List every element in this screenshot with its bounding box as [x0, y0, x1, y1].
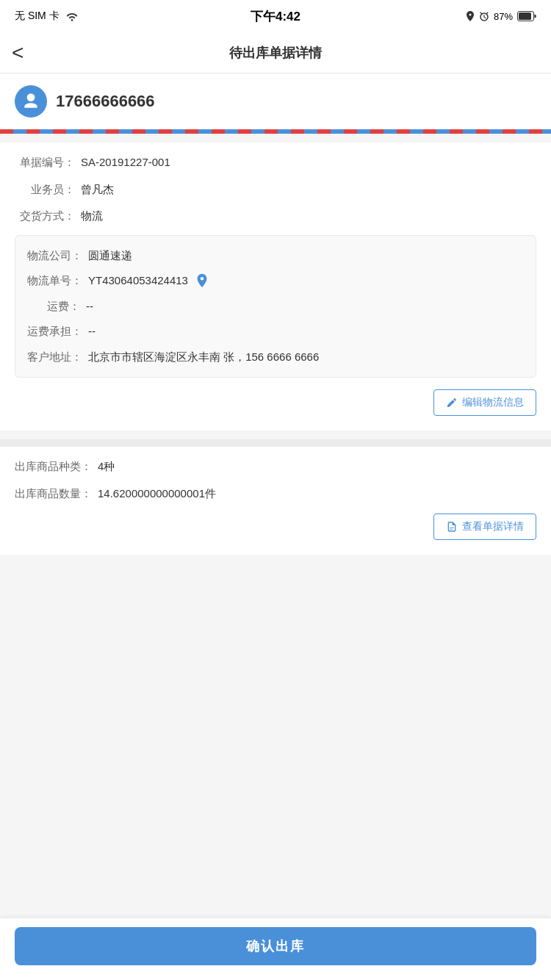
goods-quantity-row: 出库商品数量： 14.620000000000001件: [15, 486, 536, 502]
alarm-status-icon: [479, 11, 489, 21]
logistics-company-row: 物流公司： 圆通速递: [27, 248, 524, 264]
avatar: [15, 85, 47, 118]
confirm-button[interactable]: 确认出库: [15, 927, 536, 965]
document-icon: [446, 521, 458, 533]
nav-bar: < 待出库单据详情: [0, 32, 551, 73]
sales-person-value: 曾凡杰: [81, 181, 536, 198]
wifi-icon: [65, 11, 79, 21]
back-button[interactable]: <: [12, 43, 24, 63]
delivery-method-row: 交货方式： 物流: [15, 208, 536, 225]
view-detail-button[interactable]: 查看单据详情: [433, 514, 536, 540]
customer-phone: 17666666666: [56, 92, 155, 111]
battery-label: 87%: [494, 11, 513, 22]
status-right: 87%: [466, 11, 536, 22]
person-icon: [21, 92, 40, 111]
empty-space: [0, 563, 551, 681]
document-number-row: 单据编号： SA-20191227-001: [15, 154, 536, 171]
freight-label: 运费：: [27, 298, 86, 315]
section-divider: [0, 439, 551, 447]
document-number-label: 单据编号：: [15, 154, 81, 171]
order-info-section: 单据编号： SA-20191227-001 业务员： 曾凡杰 交货方式： 物流 …: [0, 143, 551, 430]
status-time: 下午4:42: [251, 8, 300, 25]
view-detail-label: 查看单据详情: [462, 520, 524, 533]
page-title: 待出库单据详情: [229, 44, 322, 62]
edit-logistics-label: 编辑物流信息: [462, 396, 524, 409]
delivery-method-label: 交货方式：: [15, 208, 81, 225]
freight-row: 运费： --: [27, 298, 524, 315]
freight-value: --: [86, 298, 524, 315]
tracking-number-label: 物流单号：: [27, 273, 88, 289]
goods-quantity-label: 出库商品数量：: [15, 486, 98, 502]
goods-quantity-value: 14.620000000000001件: [98, 486, 536, 502]
address-value: 北京市市辖区海淀区永丰南 张，156 6666 6666: [88, 349, 524, 366]
customer-header: 17666666666: [0, 73, 551, 129]
document-number-value: SA-20191227-001: [81, 154, 536, 171]
logistics-company-label: 物流公司：: [27, 248, 88, 264]
freight-bear-label: 运费承担：: [27, 323, 88, 340]
location-status-icon: [466, 11, 475, 21]
confirm-btn-wrap: 确认出库: [0, 918, 551, 980]
edit-logistics-btn-wrap: 编辑物流信息: [15, 389, 536, 416]
svg-rect-2: [519, 12, 531, 20]
tracking-location-icon[interactable]: [194, 273, 210, 289]
address-row: 客户地址： 北京市市辖区海淀区永丰南 张，156 6666 6666: [27, 349, 524, 366]
battery-icon: [517, 11, 536, 21]
address-label: 客户地址：: [27, 349, 88, 366]
tracking-number-row: 物流单号： YT43064053424413: [27, 273, 524, 289]
goods-type-row: 出库商品种类： 4种: [15, 458, 536, 475]
status-left: 无 SIM 卡: [15, 10, 79, 23]
status-bar: 无 SIM 卡 下午4:42 87%: [0, 0, 551, 32]
view-detail-btn-wrap: 查看单据详情: [15, 514, 536, 540]
edit-icon: [446, 397, 458, 408]
logistics-company-value: 圆通速递: [88, 248, 524, 264]
dashed-separator: [0, 129, 551, 134]
goods-type-label: 出库商品种类：: [15, 458, 98, 475]
carrier-label: 无 SIM 卡: [15, 10, 60, 23]
freight-bear-row: 运费承担： --: [27, 323, 524, 340]
delivery-method-value: 物流: [81, 208, 536, 225]
logistics-card: 物流公司： 圆通速递 物流单号： YT43064053424413 运费： --…: [15, 235, 536, 378]
tracking-number-text: YT43064053424413: [88, 273, 188, 289]
sales-person-label: 业务员：: [15, 181, 81, 198]
freight-bear-value: --: [88, 323, 524, 340]
tracking-number-value: YT43064053424413: [88, 273, 524, 289]
sales-person-row: 业务员： 曾凡杰: [15, 181, 536, 198]
goods-section: 出库商品种类： 4种 出库商品数量： 14.620000000000001件 查…: [0, 447, 551, 555]
edit-logistics-button[interactable]: 编辑物流信息: [433, 389, 536, 416]
goods-type-value: 4种: [98, 458, 536, 475]
